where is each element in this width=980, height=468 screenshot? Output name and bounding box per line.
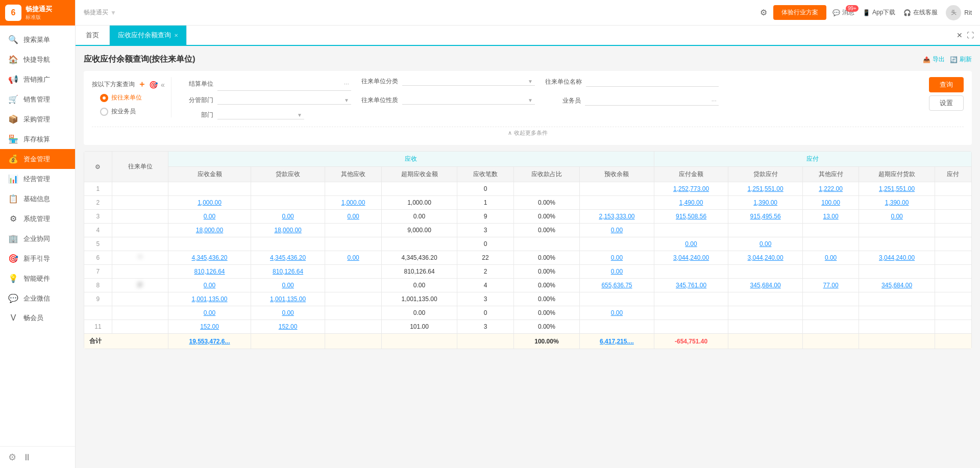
tabbar-expand-icon[interactable]: ⛶: [967, 31, 974, 39]
table-row: 7810,126.64810,126.64810,126.6420.00%0.0…: [84, 265, 972, 279]
sidebar-icon-sales: 🛒: [8, 94, 18, 104]
th-settings-icon[interactable]: ⚙: [84, 152, 112, 182]
sidebar-item-weixin[interactable]: 💬企业微信: [0, 288, 75, 308]
table-row: 101,252,773.001,251,551.001,222.001,251,…: [84, 182, 972, 196]
customer-service-item[interactable]: 🎧 在线客服: [903, 8, 938, 17]
sidebar-settings-icon[interactable]: ⚙: [8, 452, 16, 463]
filter-select-fenguan[interactable]: ▼: [217, 96, 351, 105]
tabbar-right: ✕ ⛶: [950, 26, 980, 45]
sidebar-item-member[interactable]: V畅会员: [0, 308, 75, 328]
footer-count: [457, 334, 513, 349]
export-button[interactable]: 📤 导出: [923, 55, 945, 64]
export-label: 导出: [933, 55, 945, 64]
breadcrumb-text: 畅捷通买: [84, 8, 108, 17]
table-row: 8P0.000.000.0040.00%655,636.75345,761.00…: [84, 279, 972, 292]
filter-label-nature: 往来单位性质: [361, 96, 398, 105]
filter-input-yewuyuan[interactable]: [587, 97, 712, 104]
sidebar-item-hardware[interactable]: 💡智能硬件: [0, 268, 75, 288]
th-other-yingshou: 其他应收: [325, 167, 381, 182]
sidebar-icon-quicknav: 🏠: [8, 55, 18, 64]
footer-daikuan-yingfu: [728, 334, 803, 349]
sidebar-item-system[interactable]: ⚙系统管理: [0, 209, 75, 229]
topbar-settings-icon[interactable]: ⚙: [760, 8, 767, 17]
settings-button[interactable]: 设置: [929, 95, 964, 111]
sidebar-item-inventory[interactable]: 🏪库存核算: [0, 129, 75, 149]
breadcrumb-arrow: ▼: [110, 9, 116, 16]
filter-yewuyuan-dots[interactable]: ···: [712, 97, 717, 104]
refresh-button[interactable]: 🔄 刷新: [950, 55, 972, 64]
data-table: ⚙ 往来单位 应收 应付 应收金额 贷款应收 其他应收 超期应收金额 应收笔数 …: [84, 151, 972, 349]
sidebar-icon-newbie: 🎯: [8, 254, 18, 263]
collapse-label: 收起更多条件: [514, 129, 548, 137]
table-row: 30.000.000.000.0090.00%2,153,333.00915,5…: [84, 210, 972, 224]
tab-close-icon[interactable]: ✕: [174, 33, 178, 38]
chevron-down-nature: ▼: [528, 97, 533, 103]
sidebar-item-enterprise[interactable]: 🏢企业协同: [0, 229, 75, 249]
page-title: 应收应付余额查询(按往来单位): [84, 54, 195, 65]
sidebar: 6 畅捷通买 标准版 🔍搜索菜单🏠快捷导航📢营销推广🛒销售管理📦采购管理🏪库存核…: [0, 0, 76, 468]
th-yingfu-amount: 应付金额: [654, 167, 728, 182]
sidebar-item-quicknav[interactable]: 🏠快捷导航: [0, 50, 75, 69]
footer-yushou[interactable]: 6,417,215....: [580, 334, 654, 349]
sidebar-item-basic[interactable]: 📋基础信息: [0, 189, 75, 209]
messages-badge: 99+: [846, 5, 859, 12]
th-yushou-balance: 预收余额: [580, 167, 654, 182]
filter-conditions: 结算单位 ··· 往来单位分类 ▼: [178, 77, 921, 125]
th-receivable-group: 应收: [168, 152, 654, 167]
page-actions: 📤 导出 🔄 刷新: [923, 55, 972, 64]
filter-toolbar: 按以下方案查询 ＋ 🎯 «: [92, 77, 165, 92]
sidebar-item-marketing[interactable]: 📢营销推广: [0, 69, 75, 89]
sidebar-item-sales[interactable]: 🛒销售管理: [0, 89, 75, 109]
app-download-item[interactable]: 📱 App下载: [863, 8, 895, 17]
filter-type-by-staff[interactable]: 按业务员: [96, 106, 165, 117]
footer-other-yingshou: [325, 334, 381, 349]
collapse-up-icon: ∧: [508, 130, 512, 136]
tabbar-close-icon[interactable]: ✕: [957, 31, 963, 39]
collapse-bar[interactable]: ∧ 收起更多条件: [92, 127, 964, 139]
sidebar-footer: ⚙ ⏸: [0, 446, 75, 468]
query-button[interactable]: 查询: [929, 77, 964, 92]
th-daikuan-yingfu: 贷款应付: [728, 167, 803, 182]
sidebar-item-operation[interactable]: 📊经营管理: [0, 169, 75, 189]
filter-type-unit-label: 按往来单位: [111, 93, 142, 102]
sidebar-label-enterprise: 企业协同: [23, 234, 50, 243]
sidebar-label-basic: 基础信息: [23, 194, 50, 204]
table-row: 21,000.001,000.001,000.0010.00%1,490.001…: [84, 196, 972, 210]
sidebar-label-inventory: 库存核算: [23, 135, 50, 144]
sidebar-item-purchase[interactable]: 📦采购管理: [0, 109, 75, 129]
sidebar-label-search: 搜索菜单: [23, 35, 50, 44]
user-area[interactable]: 头 Rit: [946, 5, 972, 20]
filter-type-group: 按往来单位 按业务员: [96, 92, 165, 117]
filter-col-lailai-category: 往来单位分类 ▼: [361, 77, 535, 86]
filter-left-panel: 按以下方案查询 ＋ 🎯 « 按往来单位: [92, 77, 172, 117]
app-download-label: App下载: [872, 8, 895, 17]
th-yingshou-ratio: 应收款占比: [513, 167, 579, 182]
promo-button[interactable]: 体验行业方案: [773, 5, 826, 20]
filter-input-jiesuan[interactable]: [219, 78, 344, 89]
sidebar-label-purchase: 采购管理: [23, 115, 50, 124]
sidebar-label-quicknav: 快捷导航: [23, 55, 50, 64]
add-filter-icon[interactable]: ＋: [138, 79, 146, 90]
filter-settings-icon[interactable]: 🎯: [149, 81, 158, 89]
filter-select-nature[interactable]: ▼: [402, 96, 535, 105]
tab-receivable[interactable]: 应收应付余额查询 ✕: [110, 26, 187, 45]
sidebar-collapse-icon[interactable]: ⏸: [22, 452, 32, 463]
filter-collapse-arrow[interactable]: «: [161, 81, 165, 89]
footer-other-yingfu: [802, 334, 859, 349]
filter-jiesuan-dots[interactable]: ···: [344, 80, 349, 87]
tab-home[interactable]: 首页: [76, 26, 110, 45]
filter-col-nature: 往来单位性质 ▼: [361, 96, 535, 105]
sidebar-item-newbie[interactable]: 🎯新手引导: [0, 249, 75, 268]
filter-type-by-unit[interactable]: 按往来单位: [96, 92, 165, 104]
filter-label-fenguan: 分管部门: [178, 96, 213, 105]
filter-label-jiesuan: 结算单位: [178, 80, 213, 88]
filter-select-lailai-cat[interactable]: ▼: [402, 78, 535, 86]
footer-yingshou-amount[interactable]: 19,553,472,6...: [168, 334, 251, 349]
th-daikuan-yingshou: 贷款应收: [251, 167, 325, 182]
query-buttons: 查询 设置: [921, 77, 964, 111]
filter-input-lailai-name[interactable]: [586, 77, 719, 87]
messages-item[interactable]: 💬 消息 99+: [832, 8, 854, 17]
filter-select-dept[interactable]: ▼: [217, 111, 304, 119]
sidebar-item-finance[interactable]: 💰资金管理: [0, 149, 75, 169]
sidebar-item-search[interactable]: 🔍搜索菜单: [0, 30, 75, 50]
